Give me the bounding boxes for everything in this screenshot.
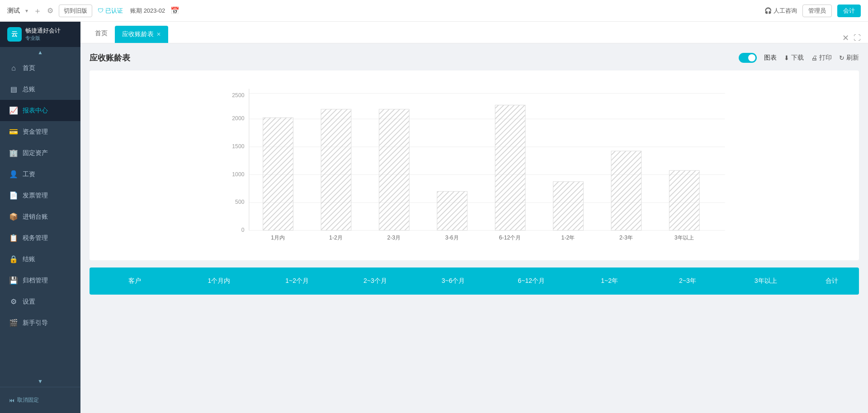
sidebar-item-funds[interactable]: 💳 资金管理 — [0, 121, 80, 142]
print-icon: 🖨 — [811, 54, 817, 61]
project-dropdown-icon[interactable]: ▾ — [25, 8, 28, 14]
sidebar-scroll-down[interactable]: ▼ — [0, 376, 80, 387]
bar-2-3-month — [379, 109, 409, 230]
tab-home-label: 首页 — [95, 29, 108, 38]
pin-icon: ⏮ — [9, 397, 14, 404]
add-project-button[interactable]: ＋ — [33, 5, 42, 16]
verified-label: 已认证 — [105, 7, 123, 15]
settings-gear-icon[interactable]: ⚙ — [47, 6, 53, 15]
sidebar-item-invoice[interactable]: 📄 发票管理 — [0, 185, 80, 206]
download-icon: ⬇ — [784, 54, 789, 61]
invoice-icon: 📄 — [9, 191, 18, 200]
calendar-icon[interactable]: 📅 — [170, 6, 179, 15]
sidebar-label-closing: 结账 — [23, 255, 35, 263]
guide-icon: 🎬 — [9, 319, 18, 327]
bar-2-3-year — [611, 151, 642, 230]
sidebar-item-closing[interactable]: 🔒 结账 — [0, 249, 80, 270]
tab-bar: 首页 应收账龄表 ✕ ✕ ⛶ — [80, 22, 868, 43]
svg-text:2-3月: 2-3月 — [387, 235, 401, 241]
svg-text:1000: 1000 — [232, 171, 245, 178]
sidebar-label-funds: 资金管理 — [23, 128, 48, 136]
consult-button[interactable]: 🎧 人工咨询 — [764, 7, 797, 15]
sidebar-item-tax[interactable]: 📋 税务管理 — [0, 227, 80, 249]
col-customer: 客户 — [90, 268, 180, 295]
tab-aging[interactable]: 应收账龄表 ✕ — [115, 26, 168, 43]
svg-text:6-12个月: 6-12个月 — [499, 235, 521, 241]
svg-text:2500: 2500 — [232, 92, 245, 99]
project-name: 测试 — [7, 7, 20, 15]
sidebar-label-invoice: 发票管理 — [23, 192, 48, 200]
bar-1-2-month — [321, 109, 351, 230]
tab-aging-label: 应收账龄表 — [122, 30, 154, 38]
archive-icon: 💾 — [9, 276, 18, 285]
refresh-button[interactable]: ↻ 刷新 — [839, 54, 859, 62]
funds-icon: 💳 — [9, 127, 18, 136]
sidebar-label-ledger: 总账 — [23, 85, 35, 94]
sidebar: 云 畅捷通好会计 专业版 ▲ ⌂ 首页 ▤ 总账 📈 报表中心 💳 — [0, 22, 80, 413]
table-header: 客户 1个月内 1~2个月 2~3个月 3~6个月 6~12 — [90, 268, 859, 295]
headset-icon: 🎧 — [764, 7, 772, 14]
ledger-icon: ▤ — [9, 85, 18, 94]
sidebar-logo: 云 畅捷通好会计 专业版 — [0, 22, 80, 47]
sidebar-item-archive[interactable]: 💾 归档管理 — [0, 270, 80, 291]
home-icon: ⌂ — [9, 64, 18, 72]
shield-icon: 🛡 — [98, 7, 104, 14]
manager-button[interactable]: 管理员 — [802, 5, 832, 17]
inventory-icon: 📦 — [9, 212, 18, 221]
chart-toggle[interactable] — [739, 53, 757, 63]
bar-1-2-year — [553, 182, 584, 230]
print-button[interactable]: 🖨 打印 — [811, 54, 832, 62]
assets-icon: 🏢 — [9, 149, 18, 157]
chart-svg: 0 500 1000 1500 2000 2500 — [99, 80, 850, 251]
accountant-button[interactable]: 会计 — [837, 5, 861, 17]
col-total: 合计 — [805, 268, 859, 295]
refresh-icon: ↻ — [839, 54, 844, 61]
period-label: 账期 2023-02 — [130, 7, 165, 15]
download-button[interactable]: ⬇ 下载 — [784, 54, 804, 62]
switch-old-version-button[interactable]: 切到旧版 — [59, 5, 92, 17]
sidebar-label-home: 首页 — [23, 64, 35, 72]
page-header: 应收账龄表 图表 ⬇ 下载 🖨 打印 ↻ 刷新 — [90, 52, 859, 63]
closing-icon: 🔒 — [9, 255, 18, 263]
col-2-3year: 2~3年 — [649, 268, 727, 295]
sidebar-bottom: ⏮ 取消固定 — [0, 387, 80, 413]
settings-icon: ⚙ — [9, 297, 18, 306]
svg-text:3-6月: 3-6月 — [445, 235, 459, 241]
sidebar-item-assets[interactable]: 🏢 固定资产 — [0, 142, 80, 164]
sidebar-scroll-up[interactable]: ▲ — [0, 47, 80, 58]
col-1-2year: 1~2年 — [571, 268, 649, 295]
sidebar-label-archive: 归档管理 — [23, 277, 48, 285]
sidebar-label-guide: 新手引导 — [23, 319, 48, 327]
col-1month: 1个月内 — [180, 268, 258, 295]
sidebar-label-tax: 税务管理 — [23, 234, 48, 242]
sidebar-label-salary: 工资 — [23, 170, 35, 178]
sidebar-item-settings[interactable]: ⚙ 设置 — [0, 291, 80, 312]
bar-3-plus-year — [669, 170, 699, 230]
logo-text: 畅捷通好会计 — [25, 27, 61, 35]
sidebar-item-salary[interactable]: 👤 工资 — [0, 164, 80, 185]
svg-text:2-3年: 2-3年 — [619, 235, 633, 241]
sidebar-item-guide[interactable]: 🎬 新手引导 — [0, 312, 80, 333]
tab-aging-close[interactable]: ✕ — [156, 31, 161, 38]
sidebar-label-settings: 设置 — [23, 298, 35, 306]
sidebar-item-home[interactable]: ⌂ 首页 — [0, 58, 80, 79]
sidebar-label-inventory: 进销台账 — [23, 213, 48, 221]
page-content: 应收账龄表 图表 ⬇ 下载 🖨 打印 ↻ 刷新 — [80, 43, 868, 413]
topbar-right: 🎧 人工咨询 管理员 会计 — [764, 5, 861, 17]
sidebar-item-inventory[interactable]: 📦 进销台账 — [0, 206, 80, 227]
window-expand-button[interactable]: ⛶ — [854, 34, 861, 42]
svg-text:1-2月: 1-2月 — [329, 235, 343, 241]
col-3plus: 3年以上 — [726, 268, 805, 295]
sidebar-item-reports[interactable]: 📈 报表中心 — [0, 100, 80, 121]
chart-container: 0 500 1000 1500 2000 2500 — [99, 80, 850, 251]
cancel-fixed-button[interactable]: ⏮ 取消固定 — [0, 392, 80, 408]
sidebar-item-ledger[interactable]: ▤ 总账 — [0, 79, 80, 100]
tab-bar-right: ✕ ⛶ — [842, 33, 861, 43]
page-actions: 图表 ⬇ 下载 🖨 打印 ↻ 刷新 — [739, 53, 859, 63]
chart-section: 0 500 1000 1500 2000 2500 — [90, 70, 859, 260]
col-1-2month: 1~2个月 — [258, 268, 336, 295]
svg-text:1-2年: 1-2年 — [561, 235, 575, 241]
sidebar-label-reports: 报表中心 — [23, 107, 48, 115]
tab-home[interactable]: 首页 — [88, 25, 115, 43]
window-close-button[interactable]: ✕ — [842, 33, 849, 43]
